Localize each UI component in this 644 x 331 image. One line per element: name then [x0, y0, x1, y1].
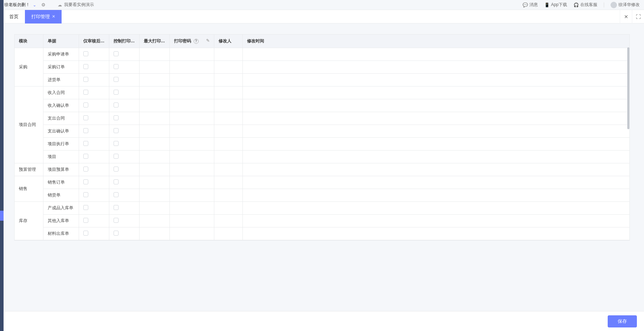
col-modtime-header: 修改时间 — [242, 35, 629, 48]
checkbox[interactable] — [83, 90, 88, 95]
bill-cell: 销售订单 — [43, 176, 79, 189]
max-print-cell — [139, 112, 169, 125]
tab-print-management[interactable]: 打印管理 ✕ — [25, 10, 62, 23]
password-cell — [169, 189, 214, 202]
company-selector[interactable]: 徐老板勿删！ ⌄ — [4, 2, 36, 8]
bill-cell: 收入合同 — [43, 86, 79, 99]
top-bar-left: 徐老板勿删！ ⌄ ⚙ ☁ 我要看实例演示 — [4, 2, 94, 8]
max-print-cell — [139, 125, 169, 138]
checkbox[interactable] — [83, 128, 88, 133]
table-header-row: 模块 单据 仅审核后… 控制打印… 最大打印… 打印密码 ? ✎ 修改人 修改时… — [15, 35, 629, 48]
checkbox[interactable] — [114, 192, 119, 197]
modifier-cell — [214, 86, 242, 99]
audited-cell — [79, 202, 109, 215]
checkbox[interactable] — [114, 128, 119, 133]
checkbox[interactable] — [83, 115, 88, 120]
module-cell: 采购 — [15, 48, 43, 86]
sidebar-edge — [0, 0, 4, 269]
control-cell — [109, 227, 139, 240]
table-row: 项目执行单 — [15, 138, 629, 151]
checkbox[interactable] — [114, 103, 119, 107]
app-download-link[interactable]: 📱App下载 — [544, 2, 567, 8]
password-cell — [169, 61, 214, 74]
fullscreen-button[interactable]: ⛶ — [632, 10, 644, 23]
control-cell — [109, 61, 139, 74]
module-cell: 项目合同 — [15, 86, 43, 163]
checkbox[interactable] — [83, 64, 88, 69]
message-icon: 💬 — [523, 2, 528, 7]
col-password-label: 打印密码 — [174, 38, 191, 43]
close-panel-button[interactable]: ✕ — [620, 10, 632, 23]
modtime-cell — [242, 112, 629, 125]
modifier-cell — [214, 189, 242, 202]
user-menu[interactable]: 徐泽华修改 — [611, 2, 640, 8]
bill-cell: 收入确认单 — [43, 99, 79, 112]
control-cell — [109, 151, 139, 163]
avatar — [611, 2, 617, 8]
modifier-cell — [214, 202, 242, 215]
modtime-cell — [242, 48, 629, 61]
tab-print-management-label: 打印管理 — [31, 14, 50, 20]
page-content: 模块 单据 仅审核后… 控制打印… 最大打印… 打印密码 ? ✎ 修改人 修改时… — [0, 23, 644, 269]
edit-icon[interactable]: ✎ — [206, 38, 210, 43]
modtime-cell — [242, 215, 629, 227]
checkbox[interactable] — [83, 192, 88, 197]
chevron-down-icon: ⌄ — [33, 2, 36, 7]
modifier-cell — [214, 151, 242, 163]
control-cell — [109, 112, 139, 125]
checkbox[interactable] — [83, 231, 88, 236]
gear-icon[interactable]: ⚙ — [41, 2, 46, 7]
checkbox[interactable] — [83, 103, 88, 107]
password-cell — [169, 202, 214, 215]
checkbox[interactable] — [83, 51, 88, 56]
checkbox[interactable] — [114, 115, 119, 120]
tab-home[interactable]: 首页 — [3, 10, 25, 23]
checkbox[interactable] — [83, 154, 88, 159]
modifier-cell — [214, 125, 242, 138]
table-row: 项目 — [15, 151, 629, 163]
checkbox[interactable] — [83, 205, 88, 210]
checkbox[interactable] — [114, 205, 119, 210]
checkbox[interactable] — [114, 154, 119, 159]
scrollbar[interactable] — [627, 47, 629, 129]
help-icon[interactable]: ? — [194, 39, 199, 44]
checkbox[interactable] — [114, 167, 119, 172]
audited-cell — [79, 125, 109, 138]
messages-link[interactable]: 💬消息 — [523, 2, 538, 8]
bill-cell: 项目执行单 — [43, 138, 79, 151]
checkbox[interactable] — [114, 218, 119, 223]
max-print-cell — [139, 163, 169, 176]
col-control-header: 控制打印… — [109, 35, 139, 48]
password-cell — [169, 138, 214, 151]
col-bill-header: 单据 — [43, 35, 79, 48]
audited-cell — [79, 112, 109, 125]
audited-cell — [79, 215, 109, 227]
checkbox[interactable] — [114, 64, 119, 69]
checkbox[interactable] — [83, 179, 88, 184]
customer-service-link[interactable]: 🎧在线客服 — [574, 2, 597, 8]
checkbox[interactable] — [114, 179, 119, 184]
checkbox[interactable] — [83, 141, 88, 146]
modifier-cell — [214, 215, 242, 227]
checkbox[interactable] — [114, 141, 119, 146]
checkbox[interactable] — [114, 90, 119, 95]
control-cell — [109, 125, 139, 138]
audited-cell — [79, 163, 109, 176]
modifier-cell — [214, 74, 242, 86]
checkbox[interactable] — [83, 77, 88, 82]
bill-cell: 项目预算单 — [43, 163, 79, 176]
audited-cell — [79, 176, 109, 189]
checkbox[interactable] — [83, 218, 88, 223]
table-row: 项目合同收入合同 — [15, 86, 629, 99]
modtime-cell — [242, 61, 629, 74]
checkbox[interactable] — [114, 231, 119, 236]
checkbox[interactable] — [114, 51, 119, 56]
checkbox[interactable] — [114, 77, 119, 82]
print-config-table-wrap: 模块 单据 仅审核后… 控制打印… 最大打印… 打印密码 ? ✎ 修改人 修改时… — [14, 34, 630, 241]
col-password-header: 打印密码 ? ✎ — [169, 35, 214, 48]
modifier-cell — [214, 138, 242, 151]
checkbox[interactable] — [83, 167, 88, 172]
max-print-cell — [139, 176, 169, 189]
close-icon[interactable]: ✕ — [52, 14, 55, 19]
demo-link[interactable]: ☁ 我要看实例演示 — [58, 2, 94, 8]
